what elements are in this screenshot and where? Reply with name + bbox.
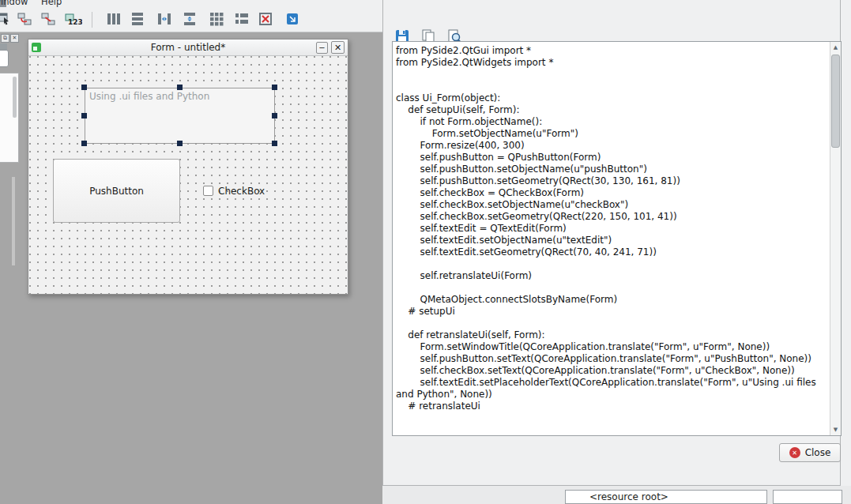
edit-widgets-icon (0, 11, 12, 29)
selection-handle-nw[interactable] (81, 85, 87, 90)
layout-form-icon (234, 11, 250, 29)
scroll-up-button[interactable]: ▲ (830, 42, 841, 53)
left-panel-edge-fragment (12, 177, 15, 265)
edit-tab-order-icon: 123 (65, 11, 82, 29)
menubar: Window Help (0, 0, 382, 8)
checkbox-label: CheckBox (218, 186, 265, 197)
textedit-widget[interactable]: Using .ui files and Python (85, 88, 275, 144)
toolbar-separator (92, 12, 92, 28)
close-icon: ✕ (789, 447, 800, 458)
minimize-button[interactable]: − (316, 42, 328, 54)
checkbox-widget[interactable]: CheckBox (203, 175, 283, 207)
resource-root-item[interactable]: <resource root> (589, 491, 668, 502)
edit-signals-slots-button[interactable] (14, 9, 35, 30)
menu-window[interactable]: Window (0, 0, 28, 7)
selection-handle-n[interactable] (177, 85, 183, 90)
layout-vertical-button[interactable] (127, 9, 148, 30)
form-window-titlebar[interactable]: Form - untitled* − ✕ (28, 39, 348, 56)
code-view[interactable]: from PySide2.QtGui import * from PySide2… (392, 41, 842, 436)
dock-float-button[interactable]: ⧉ (1, 34, 9, 43)
layout-grid-icon (209, 11, 224, 29)
main-toolbar: 123 (0, 8, 382, 32)
pushbutton-widget[interactable]: PushButton (53, 159, 180, 223)
layout-splitter-horizontal-button[interactable] (154, 9, 175, 30)
break-layout-icon (258, 11, 273, 29)
widgetbox-panel-fragment (0, 73, 19, 163)
edit-tab-order-button[interactable]: 123 (63, 9, 84, 30)
close-button[interactable]: ✕ Close (779, 443, 841, 462)
layout-splitter-vertical-button[interactable] (179, 9, 200, 30)
dock-close-button[interactable]: ✕ (10, 34, 19, 43)
edit-buddies-button[interactable] (38, 9, 58, 30)
code-scrollbar[interactable]: ▲ ▼ (830, 42, 841, 435)
edit-buddies-icon (40, 11, 56, 29)
selection-handle-e[interactable] (272, 113, 277, 118)
close-button-label: Close (805, 447, 831, 458)
svg-text:123: 123 (68, 18, 82, 26)
layout-grid-button[interactable] (206, 9, 227, 30)
widgetbox-scrollbar-thumb[interactable] (13, 77, 17, 118)
panel-fragment-bottom-right (773, 490, 842, 504)
resource-browser-fragment: <resource root> (565, 490, 767, 504)
close-window-button[interactable]: ✕ (331, 41, 345, 54)
edit-widgets-button[interactable] (0, 9, 14, 30)
form-editor-window: Form - untitled* − ✕ Using .ui files and… (28, 39, 348, 295)
selection-handle-s[interactable] (177, 141, 183, 146)
layout-vertical-icon (130, 11, 145, 29)
layout-form-button[interactable] (232, 9, 252, 30)
code-preview-dialog: from PySide2.QtGui import * from PySide2… (382, 0, 841, 486)
layout-splitter-vertical-icon (182, 11, 198, 29)
widgetbox-filter-input-fragment[interactable] (0, 50, 9, 67)
form-window-title: Form - untitled* (28, 42, 348, 53)
checkbox-box[interactable] (203, 186, 213, 196)
code-text[interactable]: from PySide2.QtGui import * from PySide2… (393, 42, 830, 435)
left-dock-icon-fragment (0, 43, 7, 50)
adjust-size-button[interactable] (282, 9, 303, 30)
selection-handle-sw[interactable] (81, 141, 87, 146)
menu-help[interactable]: Help (41, 0, 62, 7)
pushbutton-label: PushButton (89, 186, 144, 197)
scrollbar-thumb[interactable] (831, 55, 840, 148)
qt-designer-screen: Window Help 123 (0, 0, 851, 504)
scroll-down-button[interactable]: ▼ (830, 424, 841, 435)
edit-signals-slots-icon (17, 11, 32, 29)
adjust-size-icon (284, 11, 300, 29)
form-canvas[interactable]: Using .ui files and Python PushButton Ch… (29, 56, 347, 294)
selection-handle-w[interactable] (81, 113, 87, 118)
textedit-placeholder: Using .ui files and Python (89, 91, 209, 102)
layout-horizontal-icon (106, 11, 122, 29)
selection-handle-se[interactable] (272, 141, 277, 146)
right-panel-strip (841, 0, 851, 504)
layout-horizontal-button[interactable] (104, 9, 124, 30)
break-layout-button[interactable] (255, 9, 276, 30)
selection-handle-ne[interactable] (272, 85, 277, 90)
layout-splitter-horizontal-icon (156, 11, 172, 29)
